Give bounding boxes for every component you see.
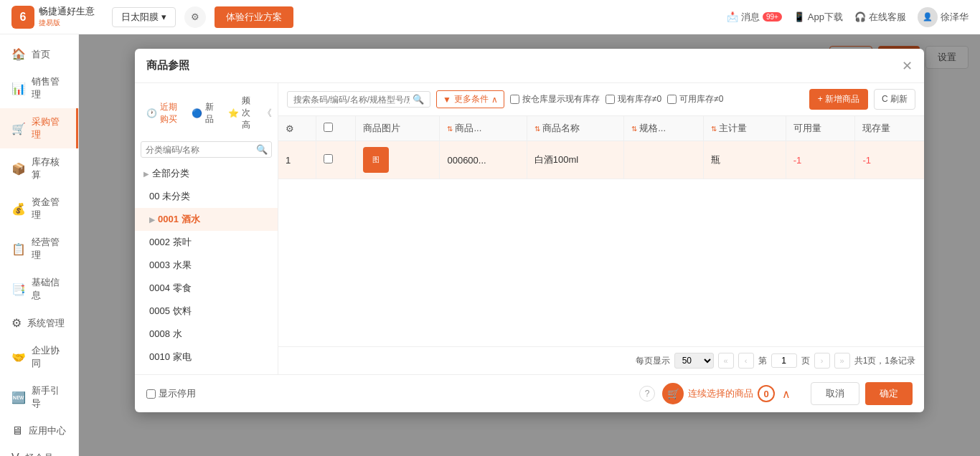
cat-item-0005[interactable]: 0005 饮料: [135, 300, 278, 323]
collab-icon: 🤝: [11, 351, 26, 364]
modal-close-button[interactable]: ✕: [902, 60, 913, 72]
collapse-footer-button[interactable]: ∧: [782, 387, 791, 401]
sidebar-item-inventory[interactable]: 📦 库存核算: [0, 148, 78, 189]
recent-icon: 🕐: [146, 108, 157, 118]
toolbar-right: + 新增商品 C 刷新: [809, 89, 915, 110]
last-page-button[interactable]: »: [834, 353, 850, 369]
new-icon: 🔵: [192, 108, 202, 118]
first-page-button[interactable]: «: [718, 353, 734, 369]
avatar: 👤: [918, 7, 938, 27]
th-spec[interactable]: ⇅ 规格...: [624, 116, 704, 141]
cat-item-00[interactable]: 00 未分类: [135, 185, 278, 208]
expand-active-icon: ▶: [149, 216, 155, 224]
sidebar-item-basic[interactable]: 📑 基础信息: [0, 269, 78, 309]
logo-text: 畅捷通好生意 捷易版: [39, 6, 95, 28]
category-search-box[interactable]: 🔍: [141, 141, 272, 158]
search-icon: 🔍: [413, 94, 424, 105]
online-service-item[interactable]: 🎧 在线客服: [854, 11, 906, 24]
sidebar-label-ops: 经营管理: [32, 236, 67, 262]
filter-icon: ▼: [443, 95, 451, 105]
category-search-input[interactable]: [146, 145, 253, 155]
cell-spec: [624, 141, 704, 179]
cb-existing-group[interactable]: 现有库存≠0: [606, 93, 661, 105]
sidebar-item-finance[interactable]: 💰 资金管理: [0, 189, 78, 229]
basic-icon: 📑: [11, 282, 26, 296]
row-checkbox[interactable]: [324, 154, 333, 163]
cb-show-stock[interactable]: [510, 95, 519, 104]
modal-header: 商品参照 ✕: [135, 49, 924, 83]
page-size-select[interactable]: 10 20 50 100: [674, 353, 714, 369]
sidebar-item-collab[interactable]: 🤝 企业协同: [0, 337, 78, 377]
company-dropdown[interactable]: 日太阳膜 ▾: [112, 7, 176, 27]
nav-right: 📩 消息 99+ 📱 App下载 🎧 在线客服 👤 徐泽华: [727, 7, 969, 27]
th-name[interactable]: ⇅ 商品名称: [527, 116, 623, 141]
cat-item-0001[interactable]: ▶ 0001 酒水: [135, 208, 278, 231]
cancel-button[interactable]: 取消: [811, 382, 859, 405]
sidebar-item-system[interactable]: ⚙ 系统管理: [0, 309, 78, 337]
help-icon[interactable]: ?: [639, 386, 655, 402]
prev-page-button[interactable]: ‹: [738, 353, 754, 369]
sidebar-item-guide[interactable]: 🆕 新手引导: [0, 377, 78, 417]
tab-recent-purchase[interactable]: 🕐 近期购买: [141, 98, 183, 128]
sort-name-icon: ⇅: [534, 125, 540, 133]
tab-new-items[interactable]: 🔵 新品: [186, 98, 220, 128]
th-unit[interactable]: ⇅ 主计量: [704, 116, 786, 141]
product-search-group[interactable]: 🔍: [287, 91, 430, 108]
cell-checkbox[interactable]: [316, 141, 355, 179]
product-search-input[interactable]: [293, 95, 410, 105]
filter-button[interactable]: ▼ 更多条件 ∧: [436, 90, 504, 108]
system-icon: ⚙: [11, 316, 22, 330]
cat-item-0002[interactable]: 0002 茶叶: [135, 231, 278, 254]
tab-frequent[interactable]: ⭐ 频次高: [222, 92, 260, 134]
cb-available[interactable]: [667, 95, 677, 104]
product-table-container: ⚙ 商品图片 ⇅: [278, 116, 924, 346]
th-image: 商品图片: [355, 116, 440, 141]
table-row[interactable]: 1 图 000600... 白酒100ml: [278, 141, 924, 179]
cart-icon: 🛒: [662, 383, 684, 404]
star-icon: ⭐: [228, 108, 239, 118]
cat-item-0010[interactable]: 0010 家电: [135, 346, 278, 369]
th-code[interactable]: ⇅ 商品...: [440, 116, 527, 141]
cat-item-0008[interactable]: 0008 水: [135, 323, 278, 346]
show-disabled-label[interactable]: 显示停用: [146, 387, 196, 400]
user-item[interactable]: 👤 徐泽华: [918, 7, 969, 27]
select-all-checkbox[interactable]: [324, 123, 333, 132]
table-header-row: ⚙ 商品图片 ⇅: [278, 116, 924, 141]
page-label: 第: [758, 355, 767, 367]
app-download-item[interactable]: 📱 App下载: [793, 11, 843, 24]
sidebar-item-purchase[interactable]: 🛒 采购管理: [0, 108, 78, 148]
collapse-left-button[interactable]: 《: [263, 107, 272, 120]
sidebar-item-sales[interactable]: 📊 销售管理: [0, 68, 78, 108]
sort-unit-icon: ⇅: [711, 125, 717, 133]
inventory-icon: 📦: [11, 162, 26, 176]
refresh-button[interactable]: C 刷新: [874, 89, 915, 110]
ops-icon: 📋: [11, 242, 26, 256]
sidebar-item-home[interactable]: 🏠 首页: [0, 40, 78, 68]
cb-show-stock-group[interactable]: 按仓库显示现有库存: [510, 93, 600, 105]
add-product-button[interactable]: + 新增商品: [809, 89, 868, 110]
sort-spec-icon: ⇅: [631, 125, 637, 133]
page-input[interactable]: [771, 353, 797, 368]
sidebar-label-system: 系统管理: [27, 317, 65, 330]
next-page-button[interactable]: ›: [814, 353, 830, 369]
messages-item[interactable]: 📩 消息 99+: [727, 11, 782, 24]
cb-existing[interactable]: [606, 95, 615, 104]
sidebar-item-ops[interactable]: 📋 经营管理: [0, 229, 78, 269]
settings-icon[interactable]: ⚙: [184, 6, 206, 28]
modal-footer: 显示停用 ? 🛒 连续选择的商品 0 ∧ 取消 确定: [135, 374, 924, 412]
sidebar: 🏠 首页 📊 销售管理 🛒 采购管理 📦 库存核算 💰 资金管理 📋 经营管理 …: [0, 34, 79, 456]
sidebar-item-member[interactable]: V 畅会员: [0, 445, 78, 456]
cat-item-0003[interactable]: 0003 水果: [135, 254, 278, 277]
member-icon: V: [11, 452, 19, 456]
show-disabled-checkbox[interactable]: [146, 389, 156, 399]
tab-frequent-label: 频次高: [242, 95, 254, 131]
modal-body: 🕐 近期购买 🔵 新品 ⭐ 频次高 《: [135, 83, 924, 374]
trial-button[interactable]: 体验行业方案: [215, 6, 293, 28]
sidebar-item-apps[interactable]: 🖥 应用中心: [0, 417, 78, 445]
cb-available-group[interactable]: 可用库存≠0: [667, 93, 723, 105]
chevron-up-icon: ∧: [491, 95, 498, 105]
cat-item-all[interactable]: ▶ 全部分类: [135, 162, 278, 185]
sidebar-label-home: 首页: [32, 48, 50, 61]
confirm-button[interactable]: 确定: [865, 382, 913, 405]
cat-item-0004[interactable]: 0004 零食: [135, 277, 278, 300]
